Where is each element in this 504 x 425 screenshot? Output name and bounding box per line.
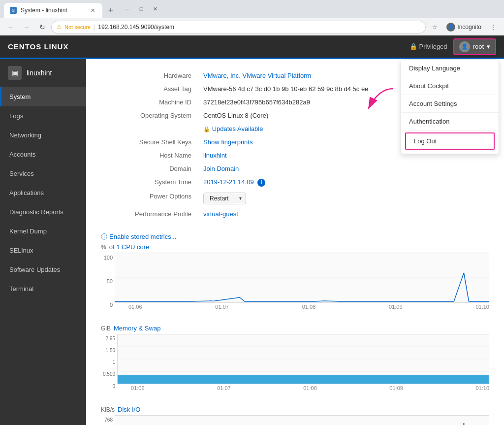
ssh-value[interactable]: Show fingerprints [203, 138, 252, 146]
time-value[interactable]: 2019-12-21 14:09 [203, 178, 254, 186]
browser-chrome: S System - linuxhint ✕ + ─ □ ✕ ← → ↻ ⚠ N… [0, 0, 504, 35]
hardware-label: Hardware [101, 69, 199, 82]
restart-button[interactable]: Restart [204, 193, 235, 204]
cpu-chart-container [115, 253, 489, 303]
address-bar[interactable]: ⚠ Not secure | 192.168.20.145:9090/syste… [51, 21, 426, 33]
ssh-label: Secure Shell Keys [101, 135, 199, 149]
time-label: System Time [101, 175, 199, 190]
nav-item-services[interactable]: Services [0, 164, 86, 183]
nav-item-system[interactable]: System [0, 87, 86, 106]
nav-item-networking[interactable]: Networking [0, 126, 86, 145]
domain-row: Domain Join Domain [101, 162, 489, 175]
metrics-text[interactable]: Enable stored metrics... [109, 233, 177, 240]
account-settings-item[interactable]: Account Settings [401, 95, 499, 113]
lock-icon: 🔒 [410, 43, 417, 50]
memory-chart-svg [118, 334, 489, 384]
menu-button[interactable]: ⋮ [486, 20, 500, 34]
hostname-value[interactable]: linuxhint [203, 152, 227, 159]
privileged-badge: 🔒 Privileged [410, 43, 447, 50]
incognito-icon: 👤 [446, 23, 455, 32]
nav-item-kernel-dump[interactable]: Kernel Dump [0, 222, 86, 241]
cpu-x-labels: 01:06 01:07 01:08 01:09 01:10 [115, 303, 489, 310]
time-row: System Time 2019-12-21 14:09 i [101, 175, 489, 190]
app-logo: CENTOS LINUX [8, 42, 68, 51]
cpu-y-labels: 100 50 0 [101, 253, 115, 310]
enable-metrics-link[interactable]: ⓘ Enable stored metrics... [101, 230, 489, 243]
restart-btn-group: Restart ▾ [203, 193, 246, 204]
forward-button[interactable]: → [20, 20, 33, 34]
lock-updates-icon: 🔒 [203, 126, 210, 132]
nav-item-selinux[interactable]: SELinux [0, 241, 86, 260]
dropdown-caret: ▾ [487, 43, 490, 50]
memory-chart-container [117, 334, 489, 384]
hardware-value[interactable]: VMware, Inc. VMware Virtual Platform [203, 72, 311, 79]
metrics-info-icon: ⓘ [101, 232, 107, 241]
browser-tab[interactable]: S System - linuxhint ✕ [4, 3, 102, 18]
user-dropdown[interactable]: 👤 root ▾ [453, 38, 496, 55]
incognito-button[interactable]: 👤 Incognito [442, 22, 485, 33]
minimize-button[interactable]: ─ [121, 4, 134, 14]
close-button[interactable]: ✕ [149, 4, 161, 14]
os-label: Operating System [101, 109, 199, 122]
browser-right-controls: ☆ 👤 Incognito ⋮ [428, 20, 500, 34]
url-separator: | [94, 24, 95, 31]
disk-title: Disk I/O [118, 406, 140, 413]
display-language-item[interactable]: Display Language [401, 60, 499, 77]
browser-controls: ← → ↻ ⚠ Not secure | 192.168.20.145:9090… [0, 18, 504, 35]
wm-controls: ─ □ ✕ [121, 4, 161, 14]
reload-button[interactable]: ↻ [35, 20, 49, 34]
memory-title: Memory & Swap [114, 325, 160, 332]
tab-title: System - linuxhint [21, 7, 85, 14]
disk-chart-container [115, 415, 489, 425]
nav-item-accounts[interactable]: Accounts [0, 145, 86, 164]
log-out-item[interactable]: Log Out [405, 132, 495, 150]
sidebar-host: ▣ linuxhint [0, 59, 86, 87]
about-cockpit-item[interactable]: About Cockpit [401, 77, 499, 95]
memory-chart-area: 01:06 01:07 01:08 01:09 01:10 [117, 334, 489, 391]
maximize-button[interactable]: □ [135, 4, 148, 14]
cpu-description: of 1 CPU core [109, 243, 150, 251]
lock-icon: ⚠ [57, 24, 62, 30]
bookmark-button[interactable]: ☆ [428, 20, 441, 34]
back-button[interactable]: ← [4, 20, 18, 34]
performance-label: Performance Profile [101, 207, 199, 221]
cpu-chart-area: 01:06 01:07 01:08 01:09 01:10 [115, 253, 489, 310]
svg-marker-8 [118, 375, 489, 384]
app-header: CENTOS LINUX 🔒 Privileged 👤 root ▾ [0, 35, 504, 59]
url-text: 192.168.20.145:9090/system [98, 24, 174, 31]
memory-unit-label: GiB [101, 325, 111, 332]
incognito-label: Incognito [457, 24, 481, 31]
browser-titlebar: S System - linuxhint ✕ + ─ □ ✕ [0, 0, 504, 18]
memory-chart-wrapper: 2.95 1.50 1 0.500 0 [101, 334, 489, 391]
new-tab-button[interactable]: + [104, 4, 117, 17]
sidebar-hostname: linuxhint [27, 69, 52, 77]
user-label: root [473, 43, 484, 50]
arrow-annotation [359, 84, 398, 123]
nav-item-logs[interactable]: Logs [0, 106, 86, 126]
nav-item-terminal[interactable]: Terminal [0, 279, 86, 298]
power-label: Power Options [101, 190, 199, 207]
sidebar-nav: System Logs Networking Accounts Services… [0, 87, 86, 298]
disk-chart-svg [115, 416, 489, 425]
disk-unit-label: KiB/s [101, 406, 115, 413]
restart-dropdown-button[interactable]: ▾ [235, 194, 246, 203]
hostname-label: Host Name [101, 149, 199, 162]
updates-link[interactable]: Updates Available [212, 125, 263, 132]
url-not-secure-label: Not secure [64, 24, 91, 30]
nav-item-diagnostic-reports[interactable]: Diagnostic Reports [0, 202, 86, 222]
sidebar: ▣ linuxhint System Logs Networking Accou… [0, 59, 86, 425]
performance-value[interactable]: virtual-guest [203, 210, 238, 218]
domain-value[interactable]: Join Domain [203, 165, 239, 172]
disk-chart-wrapper: 768 512 01:06 [101, 415, 489, 425]
cpu-chart-section: % of 1 CPU core 100 50 0 [101, 243, 489, 310]
authentication-item[interactable]: Authentication [401, 113, 499, 131]
disk-chart-area: 01:06 01:07 01:08 01:09 01:10 [115, 415, 489, 425]
header-right: 🔒 Privileged 👤 root ▾ [410, 38, 497, 55]
time-info-icon[interactable]: i [257, 179, 265, 187]
updates-label-empty [101, 122, 199, 135]
tab-favicon: S [10, 7, 17, 14]
tab-close-button[interactable]: ✕ [89, 6, 96, 14]
nav-item-applications[interactable]: Applications [0, 183, 86, 202]
nav-item-software-updates[interactable]: Software Updates [0, 260, 86, 279]
memory-y-labels: 2.95 1.50 1 0.500 0 [101, 334, 117, 391]
